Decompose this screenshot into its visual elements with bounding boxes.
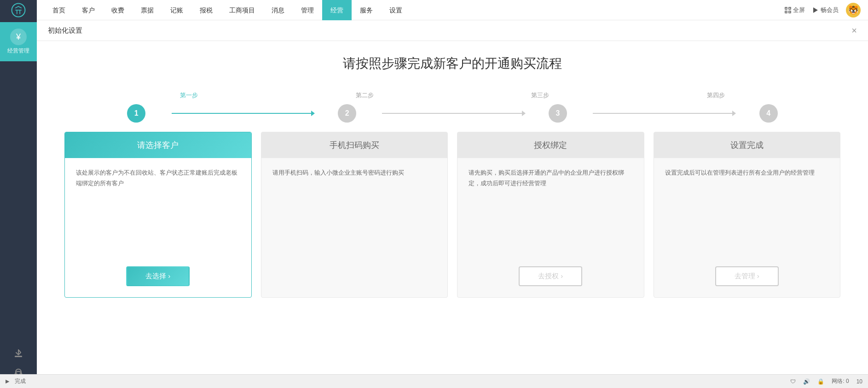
- network-status: 网络: 0: [832, 377, 849, 385]
- step1-card: 请选择客户 该处展示的客户为不在回收站、客户状态正常建账后完成老板端绑定的所有客…: [64, 132, 252, 298]
- status-bar: ▶ 完成 🛡 🔊 🔒 网络: 0 10: [0, 374, 868, 388]
- step1-circle: 1: [127, 104, 145, 123]
- step3-line: [593, 113, 733, 114]
- step4-card-title: 设置完成: [730, 141, 764, 150]
- step3-card-header: 授权绑定: [457, 132, 644, 158]
- play-button[interactable]: ▶: [6, 378, 9, 384]
- shield-icon: 🛡: [790, 378, 796, 385]
- step3-card-footer: 去授权 ›: [457, 259, 644, 297]
- step4-circle: 4: [759, 104, 778, 123]
- play-icon: [812, 7, 819, 13]
- nav-settings[interactable]: 设置: [381, 0, 411, 20]
- main-area: 初始化设置 × 请按照步骤完成新客户的开通购买流程 第一步 第二步 第三步: [37, 20, 868, 388]
- step3-card-body: 请先购买，购买后选择开通的产品中的企业用户进行授权绑定，成功后即可进行经营管理: [457, 158, 644, 259]
- step3-card-title: 授权绑定: [534, 141, 567, 150]
- nav-message[interactable]: 消息: [263, 0, 293, 20]
- nav-right: 全屏 畅会员 🐯: [785, 3, 861, 18]
- step4-card: 设置完成 设置完成后可以在管理列表进行所有企业用户的经营管理 去管理 ›: [654, 132, 841, 298]
- step2-card-footer: [261, 279, 448, 297]
- page-title: 初始化设置: [48, 26, 82, 35]
- time-status: 10: [856, 378, 862, 385]
- step2-card-header: 手机扫码购买: [261, 132, 448, 158]
- svg-marker-11: [813, 7, 818, 13]
- svg-rect-7: [785, 7, 787, 9]
- step1-action-button[interactable]: 去选择 ›: [126, 266, 190, 286]
- logo-icon: [11, 3, 26, 18]
- nav-invoice[interactable]: 票据: [133, 0, 162, 20]
- step4-action-button[interactable]: 去管理 ›: [715, 266, 779, 286]
- download-icon[interactable]: [0, 344, 37, 363]
- step1-card-title: 请选择客户: [137, 141, 179, 150]
- yuan-icon: ¥: [10, 29, 27, 45]
- step1-arrow: [311, 111, 315, 116]
- fullscreen-icon: [785, 7, 791, 13]
- step2-card-title: 手机扫码购买: [330, 141, 379, 150]
- step4-card-body: 设置完成后可以在管理列表进行所有企业用户的经营管理: [654, 158, 840, 259]
- fullscreen-label: 全屏: [793, 6, 805, 14]
- content-area: 请按照步骤完成新客户的开通购买流程 第一步 第二步 第三步 第四: [37, 41, 868, 375]
- cards-row: 请选择客户 该处展示的客户为不在回收站、客户状态正常建账后完成老板端绑定的所有客…: [64, 132, 840, 298]
- nav-manage[interactable]: 管理: [293, 0, 322, 20]
- step1-card-footer: 去选择 ›: [65, 259, 251, 297]
- volume-icon: 🔊: [803, 378, 810, 385]
- step4-card-header: 设置完成: [654, 132, 840, 158]
- step3-card: 授权绑定 请先购买，购买后选择开通的产品中的企业用户进行授权绑定，成功后即可进行…: [457, 132, 644, 298]
- nav-operations[interactable]: 经营: [322, 0, 352, 20]
- step4-label: 第四步: [707, 92, 725, 99]
- nav-customer[interactable]: 客户: [74, 0, 103, 20]
- step2-circle: 2: [338, 104, 356, 123]
- avatar[interactable]: 🐯: [846, 3, 861, 18]
- status-bar-right: 🛡 🔊 🔒 网络: 0 10: [790, 377, 862, 385]
- lock-icon: 🔒: [817, 378, 824, 385]
- member-btn[interactable]: 畅会员: [812, 6, 839, 14]
- step2-arrow: [522, 111, 526, 116]
- close-button[interactable]: ×: [851, 26, 857, 35]
- top-nav: 首页 客户 收费 票据 记账 报税 工商项目 消息 管理 经营 服务 设置 全屏…: [37, 0, 868, 20]
- step3-arrow: [732, 111, 736, 116]
- member-label: 畅会员: [821, 6, 839, 14]
- step2-card-body: 请用手机扫码，输入小微企业主账号密码进行购买: [261, 158, 448, 279]
- steps-timeline: 第一步 第二步 第三步 第四步 1: [64, 91, 840, 123]
- nav-service[interactable]: 服务: [352, 0, 381, 20]
- step3-circle: 3: [549, 104, 567, 123]
- step2-line: [382, 113, 522, 114]
- svg-rect-9: [785, 11, 787, 13]
- nav-fees[interactable]: 收费: [103, 0, 133, 20]
- status-label: 完成: [15, 377, 26, 385]
- step1-label: 第一步: [180, 92, 198, 99]
- step3-label: 第三步: [531, 92, 549, 99]
- page-header: 初始化设置 ×: [37, 20, 868, 41]
- nav-tax[interactable]: 报税: [191, 0, 221, 20]
- sidebar-logo: [0, 0, 37, 20]
- step2-card: 手机扫码购买 请用手机扫码，输入小微企业主账号密码进行购买: [261, 132, 448, 298]
- step1-line: [172, 113, 312, 114]
- step1-card-header: 请选择客户: [65, 132, 251, 158]
- nav-business[interactable]: 工商项目: [221, 0, 263, 20]
- sidebar-item-management[interactable]: ¥ 经营管理: [0, 22, 37, 61]
- sidebar-main-label: 经营管理: [7, 47, 29, 55]
- step3-action-button[interactable]: 去授权 ›: [519, 266, 582, 286]
- nav-bookkeeping[interactable]: 记账: [162, 0, 191, 20]
- section-title: 请按照步骤完成新客户的开通购买流程: [64, 55, 840, 72]
- step1-card-body: 该处展示的客户为不在回收站、客户状态正常建账后完成老板端绑定的所有客户: [65, 158, 251, 259]
- step2-label: 第二步: [356, 92, 374, 99]
- fullscreen-btn[interactable]: 全屏: [785, 6, 805, 14]
- nav-home[interactable]: 首页: [44, 0, 74, 20]
- svg-rect-8: [789, 7, 791, 9]
- svg-rect-1: [15, 356, 22, 357]
- sidebar: ¥ 经营管理: [0, 0, 37, 388]
- svg-rect-10: [789, 11, 791, 13]
- step4-card-footer: 去管理 ›: [654, 259, 840, 297]
